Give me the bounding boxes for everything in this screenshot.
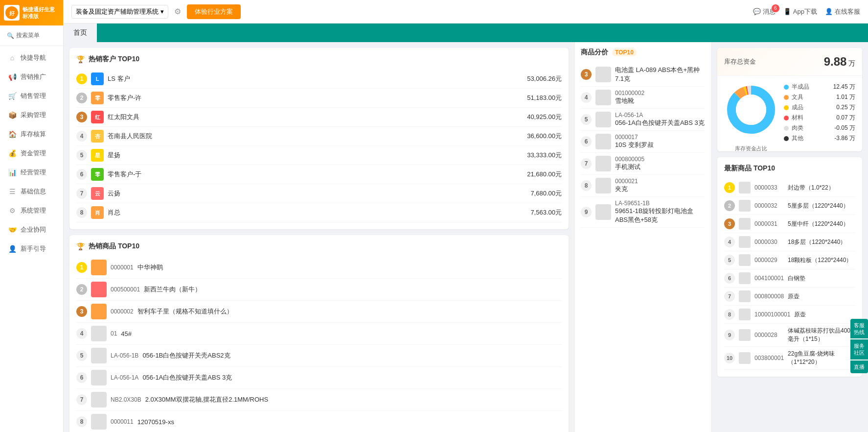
customer-amount: 40,925.00元 [527, 113, 562, 121]
product-code: LA-056-1A [615, 112, 705, 119]
sidebar-item-marketing[interactable]: 📢 营销推广 [2, 68, 61, 86]
customer-avatar: 杏 [91, 130, 104, 143]
rank-number: 4 [76, 328, 87, 339]
hot-product-item: 8 0000011 12070519-xs [76, 411, 562, 432]
product-code: 01 [111, 330, 117, 337]
sidebar-header: 好 畅捷通好生意 标准版 [0, 0, 63, 25]
sidebar-nav: ⌂ 快捷导航 📢 营销推广 🛒 销售管理 📦 采购管理 🏠 库存核算 💰 资金管… [0, 46, 63, 432]
sidebar-item-basics[interactable]: ☰ 基础信息 [2, 182, 61, 201]
customer-rank-item: 8 肖 肖总 7,563.00元 [76, 203, 562, 222]
product-thumb [91, 260, 107, 275]
legend-value: 0.07 万 [836, 114, 855, 122]
product-code: 0000029 [754, 257, 784, 264]
legend-dot [784, 95, 789, 100]
service-hotline-btn[interactable]: 客服热线 [850, 319, 868, 339]
marketing-icon: 📢 [8, 72, 17, 81]
legend-dot [784, 85, 789, 90]
service-live-btn[interactable]: 直播 [850, 360, 868, 373]
right-product-item: 6 0000017 10S 变刹罗叔 [581, 131, 705, 153]
top-products-header: 商品分价 TOP10 [581, 48, 705, 57]
product-thumb [595, 112, 611, 127]
sidebar-item-inventory[interactable]: 🏠 库存核算 [2, 125, 61, 144]
sidebar-item-finance[interactable]: 💰 资金管理 [2, 144, 61, 163]
hot-products-title: 🏆 热销商品 TOP10 [76, 242, 562, 251]
legend-name: 其他 [792, 134, 831, 143]
online-service-btn[interactable]: 👤 在线客服 [825, 7, 860, 16]
sidebar-item-label: 系统管理 [21, 206, 46, 215]
search-menu-btn[interactable]: 🔍 搜索菜单 [4, 29, 59, 42]
inventory-card: 库存总资金 9.88 万 [717, 48, 862, 151]
hot-product-item: 5 LA-056-1B 056-1B白色按键开关壳ABS2克 [76, 345, 562, 367]
customer-name: 苍南县人民医院 [108, 132, 523, 141]
product-name: 雪地靴 [615, 96, 644, 105]
sidebar-item-label: 经营管理 [21, 168, 46, 177]
try-plan-button[interactable]: 体验行业方案 [187, 4, 241, 19]
product-name: 手机测试 [615, 163, 644, 171]
newest-products-card: 最新商品 TOP10 1 0000033 封边带（1.0*22） 2 00000… [717, 157, 862, 377]
settings-icon[interactable]: ⚙ [174, 7, 181, 16]
product-code: 0000030 [754, 239, 784, 245]
rank-number-1: 1 [76, 262, 87, 273]
product-thumb [595, 67, 611, 82]
customer-name: 肖总 [108, 208, 526, 217]
inventory-icon: 🏠 [8, 130, 17, 139]
sidebar-item-operations[interactable]: 📊 经营管理 [2, 163, 61, 182]
hot-product-item: 1 0000001 中华神鹞 [76, 257, 562, 279]
right-product-item: 3 电池盖 LA-089 ABS本色+黑种 7.1克 [581, 63, 705, 87]
tab-home[interactable]: 首页 [64, 24, 97, 42]
customer-amount: 33,333.00元 [527, 151, 562, 160]
customer-avatar: L [91, 72, 104, 85]
sidebar-item-guide[interactable]: 👤 新手引导 [2, 240, 61, 258]
sidebar-item-system[interactable]: ⚙ 系统管理 [2, 201, 61, 220]
right-product-list: 3 电池盖 LA-089 ABS本色+黑种 7.1克 4 001000002 雪… [581, 63, 705, 228]
inventory-unit: 万 [848, 59, 855, 67]
product-thumb [739, 254, 751, 266]
sidebar-item-sales[interactable]: 🛒 销售管理 [2, 87, 61, 105]
service-community-btn[interactable]: 服务社区 [850, 339, 868, 360]
inventory-header: 库存总资金 9.88 万 [717, 48, 862, 76]
customer-rank-item: 4 杏 苍南县人民医院 36,600.00元 [76, 127, 562, 146]
product-name: 体碱荔枝味苏打饮品400毫升（1*15） [788, 327, 855, 343]
app-download-btn[interactable]: 📱 App下载 [783, 7, 817, 16]
rank-number: 5 [76, 350, 87, 361]
home-icon: ⌂ [8, 53, 17, 62]
system-selector[interactable]: 装备及固定资产辅助管理系统 ▾ [71, 5, 168, 19]
product-code: LA-056-1A [111, 374, 138, 381]
product-code: 0000031 [754, 220, 784, 227]
hot-product-item: 4 01 45# [76, 323, 562, 345]
rank-number: 6 [581, 136, 592, 147]
hot-products-label: 热销商品 TOP10 [89, 242, 139, 251]
sidebar-item-label: 快捷导航 [21, 53, 46, 62]
product-thumb [595, 90, 611, 105]
customer-rank-item: 2 零 零售客户-许 51,183.00元 [76, 89, 562, 108]
rank-number: 6 [76, 372, 87, 383]
middle-right-panel: 商品分价 TOP10 3 电池盖 LA-089 ABS本色+黑种 7.1克 4 … [574, 42, 711, 432]
page-tabs: 首页 [64, 24, 868, 42]
product-code: LA-59651-1B [615, 200, 705, 207]
newest-products-label: 最新商品 TOP10 [724, 164, 775, 173]
new-product-item: 8 10000100001 原壶 [724, 306, 855, 324]
rank-number-2: 2 [76, 93, 87, 103]
product-code: 0000032 [754, 202, 784, 209]
rank-number: 5 [724, 255, 735, 265]
product-code: 0000033 [754, 184, 784, 191]
service-live-label: 直播 [854, 364, 865, 370]
product-name: 10S 变刹罗叔 [615, 141, 654, 149]
product-thumb [739, 309, 751, 320]
hot-product-item: 6 LA-056-1A 056-1A白色按键开关盖ABS 3克 [76, 367, 562, 389]
product-thumb [91, 326, 107, 341]
rank-number-3: 3 [724, 218, 735, 229]
rank-number: 5 [581, 114, 592, 125]
sidebar-item-cooperation[interactable]: 🤝 企业协同 [2, 220, 61, 239]
new-product-item: 7 000800008 原壶 [724, 288, 855, 306]
rank-number: 7 [76, 394, 87, 405]
new-product-item: 4 0000030 18多层（1220*2440） [724, 233, 855, 251]
sidebar-item-quick-nav[interactable]: ⌂ 快捷导航 [2, 48, 61, 67]
rank-number: 8 [76, 207, 87, 218]
sidebar-search-area[interactable]: 🔍 搜索菜单 [0, 25, 63, 46]
new-product-item: 10 003800001 22g鱼豆腐-烧烤味（1*12*20） [724, 347, 855, 370]
trophy-icon: 🏆 [76, 242, 85, 250]
sidebar-item-purchase[interactable]: 📦 采购管理 [2, 106, 61, 124]
legend-value: 12.45 万 [833, 83, 855, 91]
message-btn[interactable]: 💬 消息 6 [753, 7, 776, 16]
